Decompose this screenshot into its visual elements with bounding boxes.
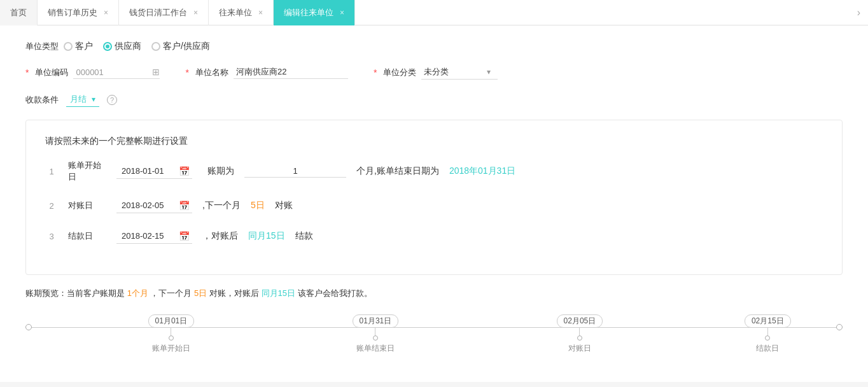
unit-name-star: * — [185, 67, 188, 78]
row-label-2: 对账日 — [68, 200, 106, 211]
radio-customer[interactable]: 客户 — [64, 41, 93, 52]
payment-help-icon[interactable]: ? — [107, 95, 117, 105]
payment-condition-row: 收款条件 月结 ▾ ? — [25, 92, 843, 107]
start-date-input-group: 📅 — [116, 164, 192, 179]
reconcile-suffix1: ,下一个月 — [202, 200, 241, 211]
timeline-start-dot — [25, 324, 32, 330]
preview-period: 1个月 — [127, 288, 148, 298]
node-2-badge: 01月31日 — [353, 314, 399, 328]
tab-cash-workbench[interactable]: 钱货日清工作台 × — [119, 0, 209, 25]
setting-row-1: 1 账单开始日 📅 账期为 个月,账单结束日期为 2018年01月31日 — [45, 160, 823, 183]
payment-condition-label: 收款条件 — [25, 94, 59, 106]
row-num-1: 1 — [45, 167, 58, 176]
unit-category-chevron: ▾ — [487, 67, 491, 76]
unit-code-field: * 单位编码 ⊞ — [25, 66, 160, 79]
radio-both-label: 客户/供应商 — [163, 41, 210, 52]
unit-category-star: * — [374, 67, 377, 78]
tab-edit-partner-close[interactable]: × — [340, 8, 344, 17]
node-4-stem — [767, 328, 768, 335]
node-3-dot — [577, 335, 582, 341]
payment-condition-value: 月结 — [70, 94, 87, 105]
payment-suffix1: ，对账后 — [202, 230, 238, 242]
unit-type-row: 单位类型 客户 供应商 客户/供应商 — [25, 41, 843, 52]
node-1-dot — [169, 335, 174, 341]
tab-partner-units-close[interactable]: × — [258, 8, 263, 17]
radio-supplier-circle — [103, 42, 112, 51]
node-2-label: 账单结束日 — [356, 343, 395, 354]
tab-sales-history-close[interactable]: × — [104, 8, 108, 17]
end-date-value: 2018年01月31日 — [449, 165, 515, 177]
payment-date-input[interactable] — [119, 230, 176, 242]
unit-name-label: 单位名称 — [195, 67, 228, 78]
reconcile-date-calendar-icon[interactable]: 📅 — [179, 201, 190, 211]
unit-category-field: * 单位分类 未分类 ▾ — [374, 65, 498, 80]
row-num-3: 3 — [45, 232, 58, 241]
unit-code-icon[interactable]: ⊞ — [152, 67, 160, 77]
tab-home-label: 首页 — [10, 7, 27, 18]
preview-middle: ，下一个月 — [150, 288, 192, 298]
preview-payment-day: 同月15日 — [262, 288, 295, 298]
unit-category-select[interactable]: 未分类 ▾ — [421, 65, 498, 80]
tab-home[interactable]: 首页 — [0, 0, 38, 25]
tab-edit-partner[interactable]: 编辑往来单位 × — [274, 0, 355, 25]
payment-condition-select[interactable]: 月结 ▾ — [66, 92, 99, 107]
timeline-node-2: 01月31日 账单结束日 — [353, 314, 399, 354]
unit-code-star: * — [25, 67, 29, 78]
timeline-node-4: 02月15日 结款日 — [745, 314, 791, 354]
unit-type-field: 单位类型 客户 供应商 客户/供应商 — [25, 41, 210, 52]
preview-suffix: 该客户会给我打款。 — [298, 288, 372, 298]
payment-date-calendar-icon[interactable]: 📅 — [179, 231, 190, 241]
unit-code-input[interactable] — [73, 66, 150, 78]
timeline: 01月01日 账单开始日 01月31日 账单结束日 02月05日 对账日 02月… — [25, 314, 843, 365]
tabs-right-arrow[interactable]: › — [850, 7, 868, 18]
unit-type-label: 单位类型 — [25, 41, 59, 52]
settings-card: 请按照未来的一个完整帐期进行设置 1 账单开始日 📅 账期为 个月,账单结束日期… — [25, 120, 843, 275]
radio-both[interactable]: 客户/供应商 — [151, 41, 210, 52]
timeline-node-3: 02月05日 对账日 — [557, 314, 603, 354]
payment-suffix2: 结款 — [295, 230, 313, 242]
radio-customer-label: 客户 — [75, 41, 93, 52]
node-4-label: 结款日 — [756, 343, 779, 354]
tab-partner-units[interactable]: 往来单位 × — [209, 0, 274, 25]
start-date-input[interactable] — [119, 165, 176, 177]
tab-edit-partner-label: 编辑往来单位 — [284, 7, 333, 18]
tab-cash-workbench-close[interactable]: × — [193, 8, 198, 17]
node-2-dot — [373, 335, 378, 341]
preview-reconcile-day: 5日 — [194, 288, 207, 298]
reconcile-date-input[interactable] — [119, 199, 176, 211]
tab-sales-history[interactable]: 销售订单历史 × — [38, 0, 119, 25]
reconcile-date-input-group: 📅 — [116, 198, 192, 213]
node-3-badge: 02月05日 — [557, 314, 603, 328]
period-for-label: 账期为 — [207, 165, 234, 177]
unit-name-field: * 单位名称 — [185, 66, 347, 79]
period-month-label: 个月,账单结束日期为 — [356, 165, 439, 177]
preview-prefix: 账期预览：当前客户账期是 — [25, 288, 125, 298]
unit-category-label: 单位分类 — [383, 67, 416, 78]
node-2-stem — [375, 328, 375, 335]
row-label-1: 账单开始日 — [68, 160, 106, 183]
unit-type-radio-group: 客户 供应商 客户/供应商 — [64, 41, 210, 52]
row-num-2: 2 — [45, 201, 58, 211]
start-date-calendar-icon[interactable]: 📅 — [179, 166, 190, 176]
tab-cash-workbench-label: 钱货日清工作台 — [129, 7, 187, 18]
node-3-stem — [579, 328, 580, 335]
reconcile-day: 5日 — [251, 200, 265, 211]
tabs-bar: 首页 销售订单历史 × 钱货日清工作台 × 往来单位 × 编辑往来单位 × › — [0, 0, 868, 25]
row-label-3: 结款日 — [68, 230, 106, 242]
setting-row-3: 3 结款日 📅 ，对账后 同月15日 结款 — [45, 229, 823, 244]
node-1-badge: 01月01日 — [148, 314, 195, 328]
tab-partner-units-label: 往来单位 — [219, 7, 252, 18]
unit-category-value: 未分类 — [424, 66, 449, 78]
timeline-end-dot — [836, 324, 843, 330]
reconcile-suffix2: 对账 — [275, 200, 293, 211]
radio-supplier[interactable]: 供应商 — [103, 41, 141, 52]
node-4-dot — [765, 335, 770, 341]
unit-code-label: 单位编码 — [35, 67, 68, 78]
period-value-input[interactable] — [244, 165, 346, 178]
unit-name-input[interactable] — [234, 66, 348, 79]
node-4-badge: 02月15日 — [745, 314, 791, 328]
unit-code-input-wrapper: ⊞ — [73, 66, 160, 79]
node-1-label: 账单开始日 — [152, 343, 190, 354]
payment-date-input-group: 📅 — [116, 229, 192, 244]
node-1-stem — [171, 328, 171, 335]
